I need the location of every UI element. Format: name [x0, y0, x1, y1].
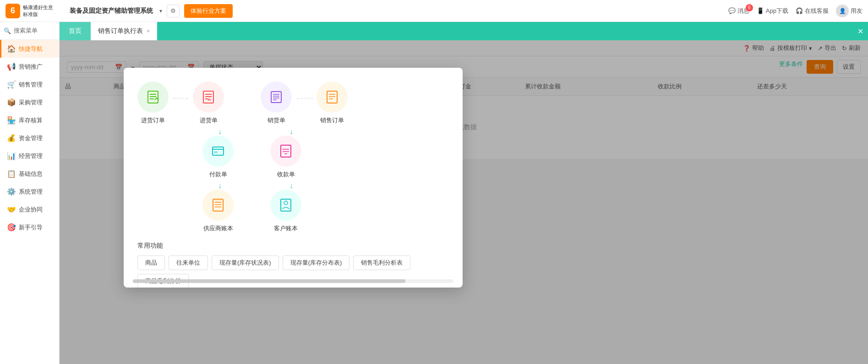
svg-point-30: [284, 201, 288, 205]
system-title: 装备及固定资产辅助管理系统: [70, 7, 153, 15]
logo-icon: 6: [5, 4, 20, 18]
content-area: 首页 销售订单执行表 × ✕ ❓ 帮助 🖨 按模板打印: [60, 22, 868, 364]
svg-rect-17: [213, 147, 224, 155]
arrow-down-receipt: ↓: [289, 182, 293, 190]
tab-home[interactable]: 首页: [60, 22, 91, 40]
store-icon: 🏪: [7, 116, 15, 125]
handshake-icon: 🤝: [7, 205, 15, 214]
func-btn-inventory-dist[interactable]: 现存量(库存分布表): [283, 255, 350, 270]
purchase-order-circle: [137, 81, 169, 113]
logo-area: 6 畅康通好生意 标准版: [5, 4, 60, 18]
customer-ledger-circle: [270, 190, 301, 221]
func-btn-inventory-status[interactable]: 现存量(库存状况表): [212, 255, 279, 270]
avatar: 👤: [836, 5, 849, 17]
experience-button[interactable]: 体验行业方案: [184, 4, 233, 18]
sidebar-item-finance[interactable]: 💰 资金管理: [0, 129, 59, 147]
sidebar-item-quick-nav[interactable]: 🏠 快捷导航: [0, 40, 59, 58]
flow-node-payment: 付款单: [202, 136, 234, 179]
logo-text: 畅康通好生意 标准版: [23, 4, 53, 17]
flow-modal: 进货订单 - - - - - →: [124, 68, 463, 288]
sidebar-item-system[interactable]: ⚙️ 系统管理: [0, 183, 59, 201]
flow-node-purchase-bill: 进货单: [193, 81, 224, 125]
sidebar-item-guide[interactable]: 🎯 新手引导: [0, 218, 59, 236]
modal-scrollbar[interactable]: [133, 279, 453, 283]
sales-bill-circle: [261, 81, 292, 113]
box-icon: 📦: [7, 98, 15, 107]
func-btn-partner[interactable]: 往来单位: [169, 255, 208, 270]
sidebar-item-sales[interactable]: 🛒 销售管理: [0, 76, 59, 93]
sales-order-circle: [317, 81, 348, 113]
home-icon: 🏠: [7, 44, 15, 53]
search-icon: 🔍: [4, 27, 11, 34]
dropdown-arrow-icon[interactable]: ▾: [159, 8, 162, 14]
flow-node-purchase-order: 进货订单: [137, 81, 169, 125]
online-service-button[interactable]: 🎧 在线客服: [796, 7, 829, 15]
message-button[interactable]: 💬 消息 6: [728, 7, 749, 15]
chart-icon: 📊: [7, 152, 15, 160]
flow-node-sales-bill: 销货单: [261, 81, 292, 125]
message-icon: 💬: [728, 7, 736, 14]
page-content: ❓ 帮助 🖨 按模板打印 ▾ ↗ 导出 ↻ 刷新: [60, 40, 868, 364]
svg-rect-28: [214, 201, 222, 202]
scrollbar-thumb: [133, 279, 405, 283]
app-download-button[interactable]: 📱 App下载: [757, 7, 788, 15]
common-functions-title: 常用功能: [137, 242, 449, 250]
tab-bar: 首页 销售订单执行表 × ✕: [60, 22, 868, 40]
sidebar-item-inventory[interactable]: 🏪 库存核算: [0, 111, 59, 129]
gear-button[interactable]: ⚙: [167, 5, 180, 17]
flow-node-supplier-ledger: 供应商账本: [202, 190, 234, 233]
settings-icon: ⚙️: [7, 187, 15, 196]
sidebar-item-basic-info[interactable]: 📋 基础信息: [0, 165, 59, 183]
tab-sales-execution[interactable]: 销售订单执行表 ×: [91, 22, 157, 40]
tab-close-icon[interactable]: ×: [147, 28, 150, 34]
message-badge: 6: [746, 4, 753, 11]
tabbar-close-button[interactable]: ✕: [857, 27, 863, 36]
topbar-right: 💬 消息 6 📱 App下载 🎧 在线客服 👤 用友: [728, 5, 863, 17]
sidebar-item-cooperation[interactable]: 🤝 企业协同: [0, 201, 59, 218]
svg-rect-20: [281, 145, 291, 157]
supplier-ledger-circle: [202, 190, 234, 221]
flow-node-receipt: 收款单: [270, 136, 301, 179]
svg-rect-19: [214, 151, 218, 153]
svg-rect-13: [327, 91, 337, 103]
guide-icon: 🎯: [7, 223, 15, 232]
cart-icon: 🛒: [7, 80, 15, 89]
arrow-down-payment: ↓: [218, 182, 222, 190]
arrow-down-sales: ↓: [289, 128, 293, 136]
clipboard-icon: 📋: [7, 169, 15, 178]
payment-circle: [202, 136, 234, 167]
modal-overlay[interactable]: 进货订单 - - - - - →: [60, 40, 868, 364]
sidebar-item-purchase[interactable]: 📦 采购管理: [0, 93, 59, 111]
headset-icon: 🎧: [796, 7, 803, 14]
user-menu[interactable]: 👤 用友: [836, 5, 863, 17]
flow-node-customer-ledger: 客户账本: [270, 190, 301, 233]
sidebar-item-marketing[interactable]: 📢 营销推广: [0, 58, 59, 76]
flow-node-sales-order: 销售订单: [317, 81, 348, 125]
func-btn-product[interactable]: 商品: [137, 255, 165, 270]
megaphone-icon: 📢: [7, 62, 15, 71]
search-menu-button[interactable]: 🔍 搜索菜单: [0, 22, 59, 40]
download-icon: 📱: [757, 7, 764, 14]
receipt-circle: [270, 136, 301, 167]
svg-rect-8: [271, 92, 281, 103]
sidebar-item-operations[interactable]: 📊 经营管理: [0, 147, 59, 165]
func-btn-sales-margin[interactable]: 销售毛利分析表: [353, 255, 410, 270]
sidebar: 🔍 搜索菜单 🏠 快捷导航 📢 营销推广 🛒 销售管理 📦 采购管理 🏪: [0, 22, 60, 364]
arrow-down-purchase: ↓: [218, 128, 222, 136]
purchase-bill-circle: [193, 81, 224, 113]
money-icon: 💰: [7, 134, 15, 142]
